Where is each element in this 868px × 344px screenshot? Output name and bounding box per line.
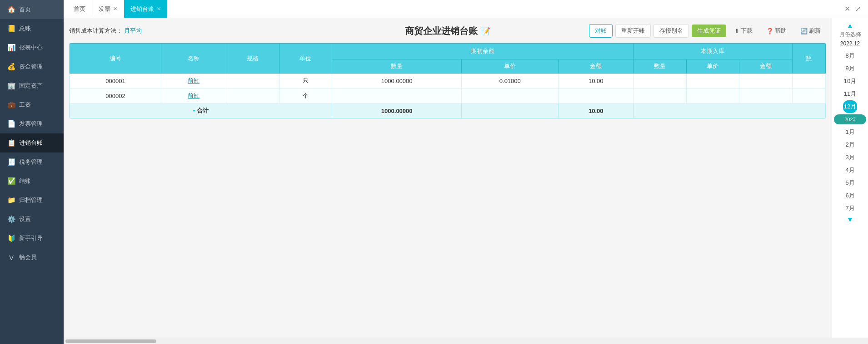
salary-icon: 💼 bbox=[7, 101, 15, 109]
month-item-2023-3月[interactable]: 3月 bbox=[844, 151, 855, 164]
sidebar-item-assets[interactable]: 🏢固定资产 bbox=[0, 76, 64, 95]
tab-label: 发票 bbox=[99, 5, 110, 13]
sales-method-value: 月平均 bbox=[124, 27, 142, 34]
scroll-down-btn[interactable]: ▼ bbox=[846, 215, 855, 225]
page-title-area: 商贸企业进销台账 📝 bbox=[405, 25, 490, 37]
expand-window-btn[interactable]: ⤢ bbox=[855, 5, 861, 13]
download-icon: ⬇ bbox=[734, 28, 739, 34]
generate-button[interactable]: 生成凭证 bbox=[692, 25, 726, 37]
cell-qty-init: 1000.00000 bbox=[332, 74, 462, 88]
cell-spec bbox=[226, 74, 279, 88]
tab-发票[interactable]: 发票✕ bbox=[92, 0, 124, 18]
tab-label: 进销台账 bbox=[130, 5, 154, 13]
month-item-2023-7月[interactable]: 7月 bbox=[844, 202, 855, 215]
sidebar: 🏠首页📒总账📊报表中心💰资金管理🏢固定资产💼工资📄发票管理📋进销台账🧾税务管理✅… bbox=[0, 0, 64, 344]
cell-price-init: 0.01000 bbox=[462, 74, 559, 88]
cell-amt-init bbox=[559, 88, 634, 103]
cell-price-in bbox=[686, 74, 739, 88]
tab-close[interactable]: ✕ bbox=[113, 6, 117, 12]
month-item-2023-6月[interactable]: 6月 bbox=[844, 189, 855, 202]
months-2022: 8月9月10月11月12月 bbox=[843, 49, 857, 113]
close-window-btn[interactable]: ✕ bbox=[844, 5, 850, 13]
sidebar-item-ledger[interactable]: 📒总账 bbox=[0, 19, 64, 38]
duizhang-button[interactable]: 对账 bbox=[589, 24, 613, 38]
sidebar-item-home[interactable]: 🏠首页 bbox=[0, 0, 64, 19]
cell-spec bbox=[226, 88, 279, 103]
bottom-scrollbar[interactable] bbox=[64, 338, 868, 344]
col-group-opening: 期初余额 bbox=[332, 44, 634, 59]
sidebar-item-fund[interactable]: 💰资金管理 bbox=[0, 57, 64, 76]
sidebar-item-archive[interactable]: 📁归档管理 bbox=[0, 191, 64, 210]
sidebar-label-checkout: 结账 bbox=[19, 177, 31, 185]
month-item-2022-12月[interactable]: 12月 bbox=[843, 100, 857, 113]
total-empty bbox=[634, 103, 826, 118]
month-item-2023-5月[interactable]: 5月 bbox=[844, 177, 855, 189]
month-item-2022-11月[interactable]: 11月 bbox=[843, 88, 857, 100]
download-button[interactable]: ⬇ 下载 bbox=[729, 25, 758, 37]
col-amt-in: 金额 bbox=[739, 59, 792, 74]
cell-name[interactable]: 前缸 bbox=[161, 88, 226, 103]
save-as-button[interactable]: 存报别名 bbox=[653, 24, 689, 38]
total-price-init bbox=[462, 103, 559, 118]
settings-icon: ⚙️ bbox=[7, 215, 15, 223]
sidebar-item-salary[interactable]: 💼工资 bbox=[0, 95, 64, 114]
tab-label: 首页 bbox=[74, 5, 85, 13]
archive-icon: 📁 bbox=[7, 196, 15, 204]
assets-icon: 🏢 bbox=[7, 82, 15, 90]
scroll-thumb[interactable] bbox=[65, 339, 156, 343]
sidebar-item-tax[interactable]: 🧾税务管理 bbox=[0, 152, 64, 172]
month-item-2022-8月[interactable]: 8月 bbox=[843, 49, 857, 62]
sidebar-label-fund: 资金管理 bbox=[19, 63, 43, 71]
main-area: 首页发票✕进销台账✕ ✕ ⤢ 销售成本计算方法： 月平均 商贸企业进销台账 📝 … bbox=[64, 0, 868, 344]
total-label: ▪合计 bbox=[70, 103, 332, 118]
sidebar-label-salary: 工资 bbox=[19, 101, 31, 109]
sidebar-item-settings[interactable]: ⚙️设置 bbox=[0, 210, 64, 229]
reopen-button[interactable]: 重新开账 bbox=[615, 24, 651, 38]
col-unit: 单位 bbox=[279, 44, 332, 74]
fund-icon: 💰 bbox=[7, 63, 15, 71]
col-id: 编号 bbox=[70, 44, 161, 74]
main-table-container: 编号 名称 规格 单位 期初余额 本期入库 数 数量 单价 金额 数 bbox=[69, 43, 826, 119]
sidebar-item-checkout[interactable]: ✅结账 bbox=[0, 172, 64, 191]
total-amt-init: 10.00 bbox=[559, 103, 634, 118]
table-row: 000002 前缸 个 bbox=[70, 88, 826, 103]
cell-id: 000001 bbox=[70, 74, 161, 88]
sidebar-label-tax: 税务管理 bbox=[19, 158, 43, 166]
report-icon: 📊 bbox=[7, 44, 15, 52]
sidebar-label-ledger: 总账 bbox=[19, 25, 31, 33]
table-row: 000001 前缸 只 1000.00000 0.01000 10.00 bbox=[70, 74, 826, 88]
sidebar-item-invoice[interactable]: 📄发票管理 bbox=[0, 114, 64, 133]
sales-method-text: 销售成本计算方法： bbox=[69, 27, 122, 34]
month-item-2022-9月[interactable]: 9月 bbox=[843, 62, 857, 75]
cell-unit: 只 bbox=[279, 74, 332, 88]
sidebar-item-report[interactable]: 📊报表中心 bbox=[0, 38, 64, 57]
sidebar-label-settings: 设置 bbox=[19, 215, 31, 223]
cell-qty-in bbox=[634, 74, 686, 88]
month-panel: ▲ 月份选择 2022.12 8月9月10月11月12月 2023 1月2月3月… bbox=[832, 18, 868, 338]
sidebar-item-guide[interactable]: 🔰新手引导 bbox=[0, 229, 64, 248]
month-item-2022-10月[interactable]: 10月 bbox=[843, 75, 857, 88]
month-item-2023-1月[interactable]: 1月 bbox=[844, 126, 855, 138]
tab-close[interactable]: ✕ bbox=[157, 6, 161, 12]
sidebar-item-purchase-sale[interactable]: 📋进销台账 bbox=[0, 133, 64, 152]
months-2023: 1月2月3月4月5月6月7月 bbox=[844, 126, 855, 215]
ledger-icon: 📒 bbox=[7, 25, 15, 33]
table-total-row: ▪合计 1000.00000 10.00 bbox=[70, 103, 826, 118]
month-item-2023-4月[interactable]: 4月 bbox=[844, 164, 855, 177]
month-item-2023-2月[interactable]: 2月 bbox=[844, 138, 855, 151]
tab-进销台账[interactable]: 进销台账✕ bbox=[124, 0, 168, 18]
tab-首页[interactable]: 首页 bbox=[67, 0, 92, 18]
table-body: 000001 前缸 只 1000.00000 0.01000 10.00 000… bbox=[70, 74, 826, 118]
month-panel-title: 月份选择 bbox=[839, 31, 861, 39]
col-more: 数 bbox=[792, 44, 825, 74]
sidebar-item-vip[interactable]: V畅会员 bbox=[0, 248, 64, 267]
col-name: 名称 bbox=[161, 44, 226, 74]
help-button[interactable]: ❓ 帮助 bbox=[761, 25, 792, 37]
refresh-button[interactable]: 🔄 刷新 bbox=[795, 25, 826, 37]
sidebar-label-guide: 新手引导 bbox=[19, 234, 43, 242]
edit-icon[interactable]: 📝 bbox=[481, 27, 490, 35]
toolbar-btns: 对账 重新开账 存报别名 生成凭证 ⬇ 下载 ❓ 帮助 🔄 刷新 bbox=[589, 24, 826, 38]
page-title: 商贸企业进销台账 bbox=[405, 25, 478, 37]
scroll-up-btn[interactable]: ▲ bbox=[846, 21, 855, 31]
cell-name[interactable]: 前缸 bbox=[161, 74, 226, 88]
